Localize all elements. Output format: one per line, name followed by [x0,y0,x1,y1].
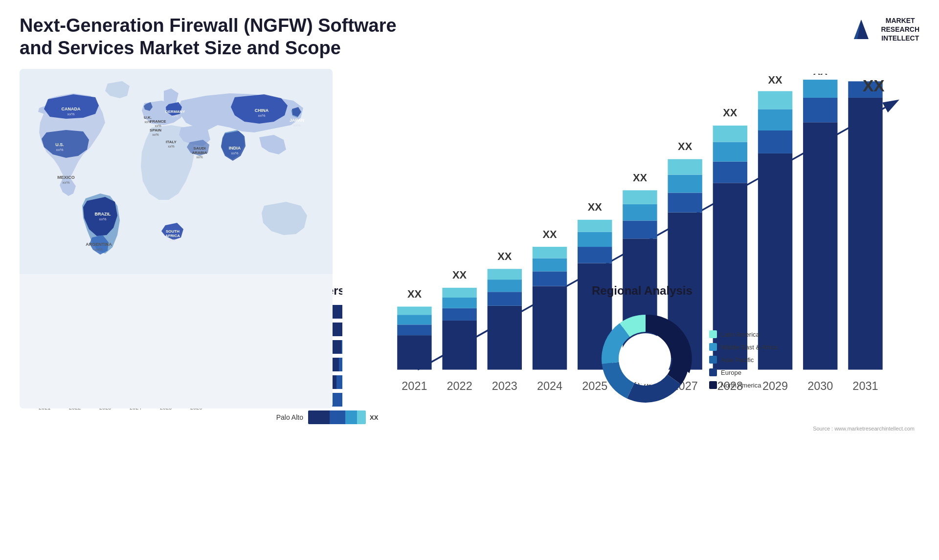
svg-rect-92 [803,98,837,122]
legend-mea: Middle East & Africa [709,343,778,351]
svg-text:XX: XX [863,77,885,95]
legend-north-america: North America [709,381,778,389]
legend-label: Middle East & Africa [721,344,778,351]
svg-rect-58 [578,247,612,263]
svg-rect-65 [623,191,657,204]
svg-rect-47 [488,306,522,370]
svg-rect-55 [533,247,567,258]
logo-text: MARKET RESEARCH INTELLECT [881,16,919,43]
svg-text:SAUDI: SAUDI [194,146,206,151]
legend-europe: Europe [709,368,778,376]
svg-text:XX: XX [452,269,467,281]
legend-color [709,330,717,338]
svg-rect-43 [442,308,476,321]
svg-text:xx%: xx% [231,151,238,155]
svg-text:xx%: xx% [155,124,161,128]
svg-rect-74 [713,142,747,162]
svg-text:XX: XX [633,172,648,184]
regional-title: Regional Analysis [592,284,919,298]
svg-rect-48 [488,292,522,306]
svg-text:XX: XX [768,74,783,86]
legend-latin-america: Latin America [709,330,778,338]
svg-text:xx%: xx% [258,113,265,118]
svg-text:JAPAN: JAPAN [290,118,304,123]
svg-rect-54 [533,258,567,272]
source-text: Source : www.marketresearchintellect.com [813,426,915,431]
legend-color [709,343,717,351]
svg-rect-93 [803,80,837,98]
svg-rect-37 [397,335,431,369]
legend-label: North America [721,382,761,389]
svg-text:xx%: xx% [196,155,202,159]
header: Next-Generation Firewall (NGFW) Software… [20,15,919,59]
world-map-section: CANADA xx% U.S. xx% MEXICO xx% BRAZIL xx… [20,69,333,409]
legend-label: Asia Pacific [721,356,754,364]
svg-text:xx%: xx% [169,238,176,242]
regional-section: Regional Analysis [592,284,919,424]
svg-text:BRAZIL: BRAZIL [95,212,111,216]
world-map-svg: CANADA xx% U.S. xx% MEXICO xx% BRAZIL xx… [20,69,333,274]
svg-rect-39 [397,315,431,324]
svg-rect-60 [578,220,612,232]
svg-text:XX: XX [407,288,422,300]
player-bar-container: XX [308,410,582,424]
svg-text:XX: XX [678,140,693,152]
svg-text:XX: XX [723,107,738,119]
svg-rect-38 [397,325,431,336]
svg-rect-69 [668,175,702,193]
svg-text:XX: XX [497,250,512,262]
svg-rect-79 [758,109,792,131]
svg-text:CHINA: CHINA [255,108,269,113]
svg-rect-63 [623,221,657,239]
svg-text:xx%: xx% [99,217,106,221]
svg-rect-73 [713,162,747,183]
svg-text:U.S.: U.S. [55,142,64,147]
svg-rect-78 [758,130,792,153]
svg-text:AFRICA: AFRICA [165,234,180,238]
player-val: XX [370,414,378,421]
svg-text:ARGENTINA: ARGENTINA [86,242,112,247]
svg-text:ITALY: ITALY [166,140,177,144]
svg-rect-70 [668,159,702,175]
legend-color [709,381,717,389]
svg-text:xx%: xx% [95,247,102,252]
svg-text:xx%: xx% [67,112,74,116]
svg-text:XX: XX [542,228,557,240]
svg-text:XX: XX [588,201,603,213]
svg-text:xx%: xx% [172,114,178,118]
svg-text:2024: 2024 [537,380,562,393]
svg-rect-45 [442,288,476,298]
svg-rect-59 [578,232,612,247]
regional-legend: Latin America Middle East & Africa Asia … [709,330,778,389]
svg-text:2023: 2023 [492,380,517,393]
svg-text:INDIA: INDIA [229,146,241,151]
svg-text:2022: 2022 [447,380,472,393]
svg-text:xx%: xx% [62,180,69,185]
svg-text:xx%: xx% [56,148,63,152]
svg-text:2021: 2021 [402,380,427,393]
svg-text:xx%: xx% [152,133,158,136]
svg-text:CANADA: CANADA [62,107,81,111]
svg-rect-80 [758,91,792,109]
player-name: Palo Alto [254,413,303,421]
page-title: Next-Generation Firewall (NGFW) Software… [20,15,411,59]
svg-rect-64 [623,204,657,221]
svg-rect-75 [713,126,747,142]
svg-text:ARABIA: ARABIA [192,151,207,155]
svg-rect-52 [533,286,567,370]
svg-text:MEXICO: MEXICO [57,175,75,180]
svg-text:xx%: xx% [293,123,300,128]
legend-asia-pacific: Asia Pacific [709,356,778,364]
donut-chart [592,305,699,414]
svg-text:SOUTH: SOUTH [166,229,179,234]
svg-text:XX: XX [813,74,828,77]
page-container: Next-Generation Firewall (NGFW) Software… [0,0,939,560]
svg-rect-40 [397,307,431,315]
player-row-paloalto: Palo Alto XX [254,410,582,424]
legend-color [709,356,717,364]
logo-area: MARKET RESEARCH INTELLECT [847,15,919,44]
svg-rect-50 [488,269,522,280]
legend-label: Latin America [721,331,760,338]
legend-color [709,368,717,376]
svg-rect-68 [668,193,702,213]
